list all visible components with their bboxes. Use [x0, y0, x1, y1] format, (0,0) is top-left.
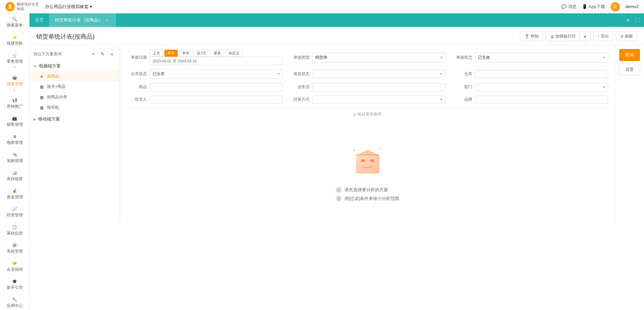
date-btn-7days[interactable]: 近7天: [194, 50, 209, 57]
sidebar-item-inventory[interactable]: 📊 库存核算: [0, 167, 29, 185]
settings-button[interactable]: 设置: [619, 64, 640, 75]
panel-item-by-category[interactable]: ▦ 按商品分类: [30, 92, 120, 102]
system-icon: ⚙️: [12, 243, 17, 248]
date-btn-this-year[interactable]: 本年: [179, 50, 193, 57]
filter-field-department: 部门 ▾: [452, 83, 608, 91]
section-expand-icon: ▼: [34, 64, 37, 68]
refresh-icon: ↺: [620, 34, 624, 39]
sidebar-item-basic[interactable]: 📋 基础信息: [0, 221, 29, 240]
panel-item-label: 按月+商品: [47, 84, 65, 90]
sidebar-item-label: 电商管理: [7, 140, 23, 146]
bill-type-label: 单据类型: [289, 55, 310, 60]
collapse-bar[interactable]: ∧ 收起更多条件: [120, 108, 615, 120]
panel-section-desktop-header[interactable]: ▼ 电脑端方案: [30, 61, 120, 71]
settlement-control[interactable]: ▾: [312, 95, 445, 104]
procurement-icon: 🛍: [13, 152, 17, 157]
sidebar-item-wholesale[interactable]: 📦 批发管理 ▴: [0, 72, 29, 95]
filter-field-date: 单据日期 上月 本月 本年 近7天 更多 自定义: [127, 50, 283, 65]
print-button[interactable]: 🖨 按模板打印: [546, 32, 580, 41]
date-btn-last-month[interactable]: 上月: [150, 50, 163, 57]
sidebar-item-system[interactable]: ⚙️ 系统管理: [0, 240, 29, 258]
more-icon[interactable]: ···: [602, 72, 605, 76]
product-control[interactable]: ···: [150, 83, 283, 91]
bill-type-control[interactable]: 销货单 ▾: [312, 53, 445, 62]
panel-item-by-cashier[interactable]: ▦ 按司机: [30, 102, 120, 113]
date-btn-more[interactable]: 更多: [211, 50, 224, 57]
sidebar-item-finance[interactable]: 💰 资金管理: [0, 185, 29, 203]
stock-status-control[interactable]: 已出库 ▾: [150, 69, 283, 79]
sidebar-item-newbie[interactable]: 🎓 新手引导: [0, 276, 29, 294]
message-action[interactable]: 💬 消息: [561, 4, 577, 10]
svg-line-8: [359, 173, 364, 177]
section-label: 电脑端方案: [39, 63, 61, 69]
page-actions: ❓ 帮助 🖨 按模板打印 ▾: [520, 32, 637, 41]
item-icon-circle: ●: [39, 74, 44, 79]
tab-close-button[interactable]: ✕: [624, 16, 632, 24]
sidebar-item-search[interactable]: 🔍 搜索菜单: [0, 13, 29, 32]
edit-scheme-button[interactable]: ✎: [99, 50, 106, 58]
more-icon[interactable]: ···: [277, 85, 280, 89]
more-icon[interactable]: ···: [602, 98, 605, 102]
date-btn-this-month[interactable]: 本月: [164, 50, 178, 57]
tab-close-icon[interactable]: ✕: [105, 17, 110, 23]
print-dropdown-button[interactable]: ▾: [580, 32, 590, 41]
payment-status-control[interactable]: ▾: [312, 70, 445, 78]
add-scheme-button[interactable]: ＋: [90, 50, 97, 58]
panel-item-by-product[interactable]: ● 按商品: [30, 71, 120, 82]
item-icon-grid2: ▦: [39, 95, 44, 100]
collapse-panel-button[interactable]: «: [108, 50, 116, 58]
panel-section-mobile-header[interactable]: ▶ 移动端方案: [30, 114, 120, 124]
salesperson-control[interactable]: ···: [312, 83, 445, 91]
query-button[interactable]: 查询: [619, 49, 640, 61]
more-icon[interactable]: ···: [439, 85, 442, 89]
panel-section-mobile: ▶ 移动端方案: [30, 114, 120, 124]
app-download-action[interactable]: 📱 App下载: [582, 4, 605, 10]
panel-item-by-month-product[interactable]: ▦ 按月+商品: [30, 82, 120, 92]
tab-sales-stats[interactable]: 销货单统计表（按商品） ✕: [49, 13, 116, 27]
product-label: 商品: [127, 84, 147, 90]
refresh-button[interactable]: ↺ 刷新: [616, 32, 637, 41]
collapse-icon: ∧: [353, 112, 356, 117]
sidebar-item-label: 经营管理: [7, 212, 23, 218]
inventory-icon: 📊: [12, 170, 17, 175]
message-icon: 💬: [561, 4, 567, 9]
sidebar-item-label: 基础信息: [7, 230, 23, 236]
brand-control[interactable]: ···: [475, 96, 608, 104]
department-label: 部门: [452, 84, 472, 90]
message-label: 消息: [568, 4, 577, 10]
tab-maximize-button[interactable]: ⛶: [633, 16, 641, 24]
date-separator: 至: [173, 58, 176, 63]
user-avatar[interactable]: E: [610, 2, 620, 11]
settlement-label: 结算方式: [289, 97, 310, 102]
sidebar-item-enterprise[interactable]: 🤝 企业协同: [0, 258, 29, 276]
tip-text-2: 用[过滤]条件来缩小分析范围: [344, 196, 399, 202]
sidebar-item-quick-nav[interactable]: ⭐ 快捷导航: [0, 32, 29, 50]
svg-line-9: [371, 173, 376, 177]
dropdown-icon: ▾: [440, 97, 442, 102]
recipient-control[interactable]: ···: [150, 96, 283, 104]
export-button[interactable]: ↑ 导出: [593, 32, 613, 41]
sidebar-item-procurement[interactable]: 🛍 采购管理: [0, 149, 29, 167]
warehouse-control[interactable]: ···: [475, 70, 608, 78]
date-btn-custom[interactable]: 自定义: [225, 50, 243, 57]
date-to: 2023-03-31: [178, 59, 197, 63]
expand-icon: ▾: [14, 65, 15, 69]
header-right: 💬 消息 📱 App下载 E demo2: [561, 2, 639, 11]
tab-home[interactable]: 首页: [30, 13, 49, 27]
sidebar-item-operations[interactable]: 📈 经营管理: [0, 203, 29, 221]
date-range-input[interactable]: 2023-03-01 至 2023-03-31: [150, 57, 283, 65]
more-icon[interactable]: ···: [277, 98, 280, 102]
sidebar-item-sales[interactable]: 💼 销售管理: [0, 113, 29, 131]
date-field-label: 单据日期: [127, 55, 147, 60]
help-button[interactable]: ❓ 帮助: [520, 32, 543, 41]
sidebar-item-marketing[interactable]: 📢 营销推广: [0, 95, 29, 113]
sidebar-item-retail[interactable]: 🛒 零售管理 ▾: [0, 50, 29, 72]
bill-status-control[interactable]: 已生效 ▾: [475, 53, 608, 62]
department-control[interactable]: ▾: [475, 83, 608, 91]
refresh-label: 刷新: [625, 34, 633, 39]
tip-num-2: 2: [336, 196, 342, 202]
app-download-label: App下载: [589, 4, 605, 10]
workspace-selector[interactable]: 办公用品行业模拟账套 ▾: [42, 2, 95, 11]
sidebar-item-app-center[interactable]: 🔧 应用中心: [0, 294, 29, 310]
sidebar-item-ecommerce[interactable]: 🖥 电商管理: [0, 131, 29, 149]
